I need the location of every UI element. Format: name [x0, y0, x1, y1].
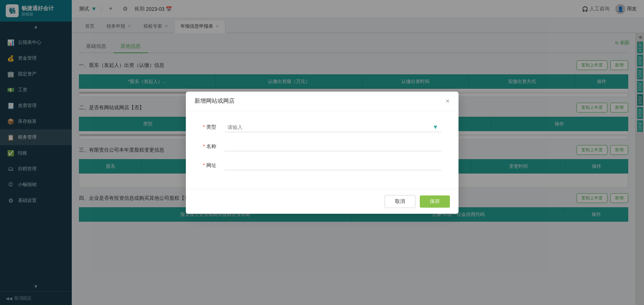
- required-mark: *: [203, 124, 205, 130]
- required-mark: *: [203, 162, 205, 168]
- type-field[interactable]: ▼: [225, 123, 441, 132]
- url-input[interactable]: [227, 163, 438, 168]
- form-row-name: * 名称: [203, 142, 441, 151]
- url-label: * 网址: [203, 162, 225, 169]
- form-row-type: * 类型 ▼: [203, 123, 441, 132]
- modal-body: * 类型 ▼ * 名称 *: [186, 111, 459, 189]
- type-dropdown-icon: ▼: [433, 124, 438, 130]
- type-input[interactable]: [227, 124, 433, 130]
- modal-title: 新增网站或网店: [194, 97, 235, 105]
- required-mark: *: [203, 143, 205, 149]
- name-input[interactable]: [227, 144, 438, 149]
- modal-dialog: 新增网站或网店 × * 类型 ▼ * 名称: [186, 92, 459, 214]
- form-row-url: * 网址: [203, 161, 441, 170]
- name-field[interactable]: [225, 142, 441, 151]
- modal-overlay: 新增网站或网店 × * 类型 ▼ * 名称: [0, 0, 644, 305]
- modal-header: 新增网站或网店 ×: [186, 92, 459, 111]
- modal-footer: 取消 保存: [186, 189, 459, 214]
- type-label: * 类型: [203, 124, 225, 130]
- url-field[interactable]: [225, 161, 441, 170]
- modal-close-btn[interactable]: ×: [446, 97, 450, 105]
- save-button[interactable]: 保存: [420, 195, 450, 208]
- cancel-button[interactable]: 取消: [385, 195, 415, 208]
- name-label: * 名称: [203, 143, 225, 150]
